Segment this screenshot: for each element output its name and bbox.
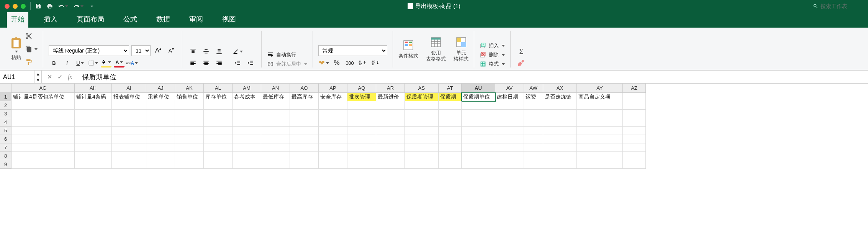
cell[interactable] [577, 127, 623, 135]
cut-button[interactable] [25, 31, 38, 41]
stepper-up-icon[interactable]: ▴ [34, 71, 41, 77]
clear-button[interactable] [516, 58, 527, 67]
column-header[interactable]: AR [376, 84, 405, 93]
column-header[interactable]: AN [261, 84, 290, 93]
cell[interactable] [462, 110, 495, 118]
cell[interactable] [290, 127, 319, 135]
cell[interactable] [347, 160, 376, 169]
currency-button[interactable] [318, 58, 329, 67]
cell[interactable] [543, 118, 577, 127]
cell[interactable] [75, 127, 112, 135]
name-box[interactable] [0, 71, 34, 83]
cell[interactable] [319, 110, 347, 118]
select-all-corner[interactable] [0, 84, 11, 93]
redo-icon[interactable] [74, 3, 84, 9]
cell[interactable] [623, 93, 646, 101]
column-header[interactable]: AS [405, 84, 439, 93]
cell[interactable] [524, 118, 543, 127]
cell-style-button[interactable]: 单元 格样式 [454, 36, 468, 62]
cell[interactable] [462, 143, 495, 152]
search-box[interactable] [813, 3, 863, 9]
cell[interactable] [146, 160, 175, 169]
cell[interactable] [347, 143, 376, 152]
cell[interactable] [319, 152, 347, 160]
cell[interactable] [204, 143, 233, 152]
cell[interactable] [233, 152, 261, 160]
cell[interactable] [146, 152, 175, 160]
cell[interactable] [495, 160, 524, 169]
cell[interactable] [261, 127, 290, 135]
cell[interactable] [439, 118, 462, 127]
cell[interactable] [347, 135, 376, 143]
increase-indent-button[interactable] [245, 58, 256, 67]
cell[interactable] [146, 127, 175, 135]
cell[interactable] [112, 118, 146, 127]
cell[interactable] [623, 127, 646, 135]
cell[interactable] [112, 143, 146, 152]
tab-3[interactable]: 公式 [120, 12, 141, 28]
formula-input[interactable] [78, 71, 868, 83]
column-header[interactable]: AW [524, 84, 543, 93]
cell[interactable] [577, 110, 623, 118]
cell[interactable] [543, 135, 577, 143]
cell[interactable] [290, 143, 319, 152]
cell[interactable] [319, 160, 347, 169]
cell[interactable] [439, 135, 462, 143]
cell[interactable] [146, 101, 175, 110]
column-header[interactable]: AU [462, 84, 495, 93]
italic-button[interactable]: I [62, 58, 72, 67]
cell[interactable] [405, 127, 439, 135]
cell[interactable] [577, 101, 623, 110]
row-header[interactable]: 3 [0, 110, 11, 118]
cell[interactable] [495, 110, 524, 118]
cell[interactable] [175, 110, 204, 118]
save-icon[interactable] [35, 3, 41, 9]
cell[interactable] [75, 143, 112, 152]
cell[interactable] [112, 127, 146, 135]
column-header[interactable]: AV [495, 84, 524, 93]
cell[interactable] [112, 160, 146, 169]
cell[interactable] [577, 143, 623, 152]
cell[interactable] [376, 110, 405, 118]
cell[interactable] [405, 135, 439, 143]
format-cells-button[interactable]: 格式 [480, 61, 505, 67]
cell[interactable] [495, 152, 524, 160]
cell[interactable] [319, 118, 347, 127]
tab-4[interactable]: 数据 [152, 12, 174, 28]
cell[interactable] [11, 152, 75, 160]
font-size-select[interactable]: 11 [131, 45, 151, 56]
cell[interactable] [204, 118, 233, 127]
cell[interactable] [524, 135, 543, 143]
cell[interactable] [204, 160, 233, 169]
cell[interactable] [204, 127, 233, 135]
cell[interactable]: 保质期 [439, 93, 462, 101]
increase-font-button[interactable]: A▴ [153, 46, 164, 55]
cell[interactable] [376, 135, 405, 143]
cell[interactable]: 保质期单位 [462, 93, 495, 101]
column-header[interactable]: AM [233, 84, 261, 93]
tab-6[interactable]: 视图 [218, 12, 240, 28]
cell[interactable] [290, 160, 319, 169]
decrease-decimal-button[interactable]: .00.0 [370, 58, 381, 67]
cell[interactable]: 最高库存 [290, 93, 319, 101]
cell[interactable] [75, 160, 112, 169]
cell[interactable] [439, 127, 462, 135]
underline-button[interactable]: U [75, 58, 85, 67]
cell[interactable] [405, 110, 439, 118]
align-bottom-button[interactable] [214, 47, 224, 56]
cell[interactable] [75, 101, 112, 110]
cell[interactable] [524, 160, 543, 169]
tab-2[interactable]: 页面布局 [73, 12, 108, 28]
search-input[interactable] [821, 3, 863, 9]
cell[interactable]: 运费 [524, 93, 543, 101]
cell[interactable]: 最低库存 [261, 93, 290, 101]
cell[interactable] [543, 160, 577, 169]
cell[interactable] [319, 127, 347, 135]
border-button[interactable] [88, 58, 98, 67]
cell[interactable] [376, 160, 405, 169]
confirm-edit-button[interactable]: ✓ [57, 73, 62, 81]
print-icon[interactable] [47, 3, 53, 9]
cell[interactable] [347, 101, 376, 110]
cell[interactable] [623, 143, 646, 152]
cell[interactable] [290, 101, 319, 110]
